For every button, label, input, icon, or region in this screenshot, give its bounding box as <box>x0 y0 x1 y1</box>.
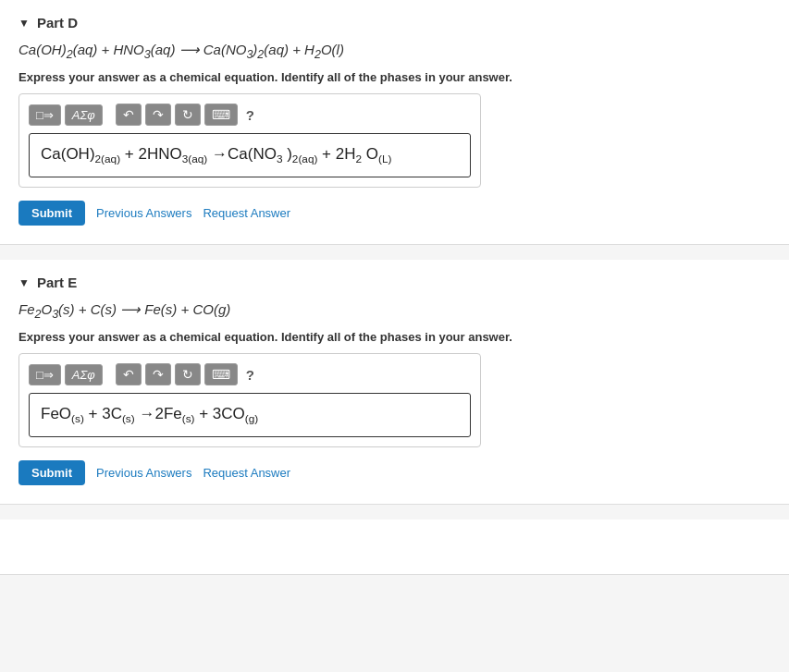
part-e-answer-text: FeO(s) + 3C(s) →2Fe(s) + 3CO(g) <box>41 405 258 425</box>
part-e-symbol-btn[interactable]: ΑΣφ <box>65 364 103 385</box>
part-e-undo-btn[interactable]: ↶ <box>116 363 142 385</box>
part-d-keyboard-btn[interactable]: ⌨ <box>204 104 238 126</box>
part-e-editor: □⇒ ΑΣφ ↶ ↷ ↻ ⌨ ? FeO(s) + 3C(s) →2Fe(s) … <box>18 353 481 447</box>
part-e-refresh-btn[interactable]: ↻ <box>175 363 201 385</box>
part-e-help-btn[interactable]: ? <box>241 365 259 385</box>
part-d-section: ▼ Part D Ca(OH)2(aq) + HNO3(aq) ⟶ Ca(NO3… <box>0 0 789 245</box>
part-e-previous-answers-link[interactable]: Previous Answers <box>96 466 191 480</box>
part-d-actions: Submit Previous Answers Request Answer <box>18 201 771 226</box>
part-d-header: ▼ Part D <box>18 15 771 31</box>
part-e-toolbar: □⇒ ΑΣφ ↶ ↷ ↻ ⌨ ? <box>29 363 471 385</box>
part-d-previous-answers-link[interactable]: Previous Answers <box>96 206 191 220</box>
part-e-submit-button[interactable]: Submit <box>18 460 85 485</box>
layout-icon-e: □⇒ <box>36 368 54 382</box>
part-d-label: Part D <box>37 15 78 31</box>
part-d-editor: □⇒ ΑΣφ ↶ ↷ ↻ ⌨ ? Ca(OH)2(aq) + 2HNO3(aq)… <box>18 93 481 188</box>
chevron-down-icon-e[interactable]: ▼ <box>18 276 30 289</box>
part-e-answer-area[interactable]: FeO(s) + 3C(s) →2Fe(s) + 3CO(g) <box>29 393 471 437</box>
part-d-layout-btn[interactable]: □⇒ <box>29 104 61 126</box>
part-d-toolbar: □⇒ ΑΣφ ↶ ↷ ↻ ⌨ ? <box>29 104 471 126</box>
part-e-actions: Submit Previous Answers Request Answer <box>18 460 771 485</box>
part-e-keyboard-btn[interactable]: ⌨ <box>204 363 238 385</box>
part-d-submit-button[interactable]: Submit <box>18 201 85 226</box>
part-e-section: ▼ Part E Fe2O3(s) + C(s) ⟶ Fe(s) + CO(g)… <box>0 260 789 505</box>
part-d-answer-area[interactable]: Ca(OH)2(aq) + 2HNO3(aq) →Ca(NO3 )2(aq) +… <box>29 133 471 177</box>
chevron-down-icon[interactable]: ▼ <box>18 17 30 30</box>
part-d-refresh-btn[interactable]: ↻ <box>175 104 201 126</box>
part-d-symbol-btn[interactable]: ΑΣφ <box>65 104 103 126</box>
part-e-request-answer-link[interactable]: Request Answer <box>203 466 290 480</box>
part-f-section <box>0 519 789 575</box>
part-e-label: Part E <box>37 275 77 290</box>
part-e-equation: Fe2O3(s) + C(s) ⟶ Fe(s) + CO(g) <box>18 301 771 321</box>
part-d-request-answer-link[interactable]: Request Answer <box>203 206 290 220</box>
part-e-header: ▼ Part E <box>18 275 771 290</box>
part-d-help-btn[interactable]: ? <box>241 105 259 125</box>
part-e-instruction: Express your answer as a chemical equati… <box>18 330 771 344</box>
part-d-answer-text: Ca(OH)2(aq) + 2HNO3(aq) →Ca(NO3 )2(aq) +… <box>41 145 391 165</box>
part-d-equation: Ca(OH)2(aq) + HNO3(aq) ⟶ Ca(NO3)2(aq) + … <box>18 42 771 61</box>
part-e-redo-btn[interactable]: ↷ <box>145 363 171 385</box>
part-d-instruction: Express your answer as a chemical equati… <box>18 70 771 84</box>
part-d-undo-btn[interactable]: ↶ <box>116 104 142 126</box>
part-e-layout-btn[interactable]: □⇒ <box>29 364 61 385</box>
part-d-redo-btn[interactable]: ↷ <box>145 104 171 126</box>
layout-icon: □⇒ <box>36 108 54 122</box>
